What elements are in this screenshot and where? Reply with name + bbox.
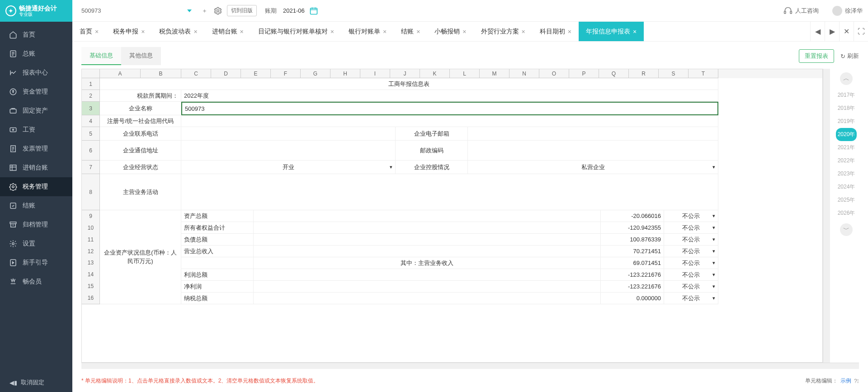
tab[interactable]: 科目期初× [533,22,579,41]
gear-icon[interactable] [213,6,222,15]
asset-row-publish-select[interactable]: 不公示 [664,257,718,269]
subtab-basic[interactable]: 基础信息 [81,47,121,65]
sidebar-item-vip[interactable]: 畅会员 [0,272,72,291]
col-header[interactable]: M [480,69,509,78]
asset-row-value[interactable]: 69.071451 [601,257,664,269]
asset-row-value[interactable]: 0.000000 [601,293,664,304]
year-item[interactable]: 2017年 [836,89,857,102]
col-header[interactable]: B [141,69,181,78]
col-header[interactable]: D [211,69,241,78]
tab[interactable]: 首页× [72,22,106,41]
col-header[interactable]: Q [599,69,629,78]
asset-row-value[interactable]: 100.876339 [601,234,664,246]
asset-row-blank[interactable] [254,246,601,257]
year-item[interactable]: 2019年 [836,115,857,128]
tab-close-icon[interactable]: × [141,28,145,35]
col-header[interactable]: A [100,69,141,78]
tab-close-icon[interactable]: × [330,28,334,35]
col-header[interactable]: F [271,69,301,78]
sidebar-item-asset[interactable]: 固定资产 [0,101,72,120]
col-header[interactable]: G [301,69,330,78]
tab-close-icon[interactable]: × [633,28,637,35]
col-header[interactable]: T [689,69,718,78]
row-header[interactable]: 5 [82,127,100,141]
postcode-input[interactable] [468,141,718,161]
tab-close-icon[interactable]: × [95,28,99,35]
email-input[interactable] [468,127,718,141]
year-item[interactable]: 2018年 [836,102,857,115]
row-header[interactable]: 6 [82,141,100,161]
sidebar-item-setting[interactable]: 设置 [0,234,72,253]
asset-row-blank[interactable] [254,234,601,246]
sidebar-item-home[interactable]: 首页 [0,25,72,44]
row-header[interactable]: 4 [82,115,100,127]
row-header[interactable]: 8 [82,174,100,210]
company-select[interactable]: 500973 [78,4,195,18]
row-header[interactable]: 910111213141516 [82,210,100,304]
col-header[interactable]: L [450,69,480,78]
year-up-button[interactable]: ︿ [840,72,853,85]
switch-old-button[interactable]: 切到旧版 [227,5,257,16]
tab[interactable]: 小畅报销× [427,22,473,41]
refresh-button[interactable]: ↻ 刷新 [840,52,859,60]
asset-row-value[interactable]: -20.066016 [601,210,664,222]
col-header[interactable]: K [420,69,450,78]
year-item[interactable]: 2023年 [836,167,857,180]
asset-row-blank[interactable] [254,269,601,281]
tab-close-icon[interactable]: × [240,28,244,35]
calendar-icon[interactable] [309,6,318,15]
horizontal-scrollbar[interactable] [81,363,859,369]
unpin-button[interactable]: ◀▮ 取消固定 [0,373,72,392]
tax-period-value[interactable]: 2022年度 [181,90,718,102]
reset-button[interactable]: 重置报表 [799,49,834,63]
status-select[interactable]: 开业 [181,161,396,174]
tab[interactable]: 税务申报× [106,22,152,41]
sidebar-item-report[interactable]: 报表中心 [0,63,72,82]
year-item[interactable]: 2024年 [836,180,857,194]
tab-close-icon[interactable]: × [522,28,525,35]
row-header[interactable]: 7 [82,161,100,174]
asset-row-blank[interactable] [254,293,601,304]
sidebar-item-tax[interactable]: 税务管理 [0,177,72,196]
col-header[interactable]: E [241,69,271,78]
asset-row-publish-select[interactable]: 不公示 [664,293,718,304]
asset-row-publish-select[interactable]: 不公示 [664,222,718,234]
col-header[interactable]: C [181,69,211,78]
col-header[interactable]: P [569,69,599,78]
reg-code-input[interactable] [181,115,718,127]
asset-row-value[interactable]: 70.271451 [601,246,664,257]
tabs-prev-button[interactable]: ◀ [810,22,825,42]
row-header[interactable]: 2 [82,90,100,102]
tabs-next-button[interactable]: ▶ [825,22,839,42]
asset-row-blank[interactable] [254,222,601,234]
col-header[interactable]: J [390,69,420,78]
year-item[interactable]: 2020年 [836,128,857,141]
year-item[interactable]: 2025年 [836,194,857,207]
user-menu[interactable]: 徐泽华 [832,6,863,16]
sidebar-item-salary[interactable]: 工资 [0,120,72,139]
sidebar-item-stock[interactable]: 进销台账 [0,158,72,177]
row-header[interactable]: 1 [82,78,100,90]
tab-close-icon[interactable]: × [568,28,571,35]
sidebar-item-ledger[interactable]: 总账 [0,44,72,63]
asset-row-publish-select[interactable]: 不公示 [664,210,718,222]
year-item[interactable]: 2021年 [836,141,857,154]
phone-input[interactable] [181,127,396,141]
company-name-input[interactable]: 500973 [181,102,718,115]
asset-row-value[interactable]: -123.221676 [601,269,664,281]
subtab-other[interactable]: 其他信息 [121,47,161,65]
example-link[interactable]: 示例 [840,377,851,385]
holding-select[interactable]: 私营企业 [468,161,718,174]
tab[interactable]: 银行对账单× [341,22,394,41]
tabs-close-button[interactable]: ✕ [839,22,854,42]
tab[interactable]: 进销台账× [205,22,251,41]
sidebar-item-guide[interactable]: 新手引导 [0,253,72,272]
year-item[interactable]: 2022年 [836,154,857,167]
col-header[interactable]: S [659,69,689,78]
fullscreen-icon[interactable]: ⛶ [854,22,868,42]
tab[interactable]: 日记账与银行对账单核对× [251,22,341,41]
sidebar-item-invoice[interactable]: 发票管理 [0,139,72,158]
help-icon[interactable]: ?⃝ [854,378,859,384]
spreadsheet[interactable]: ABCDEFGHIJKLMNOPQRST1工商年报信息表2税款所属期间：2022… [81,69,823,363]
sidebar-item-fund[interactable]: 资金管理 [0,82,72,101]
